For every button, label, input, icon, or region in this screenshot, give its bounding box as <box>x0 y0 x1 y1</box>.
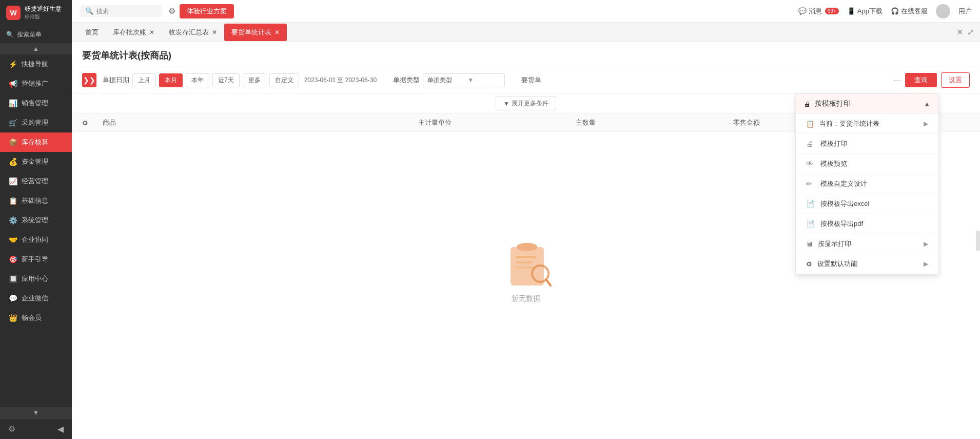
expand-more-icon: ▼ <box>503 100 509 107</box>
sidebar-item-label: 企业协同 <box>22 235 48 244</box>
default-func-arrow-icon: ▶ <box>924 260 928 268</box>
sidebar-item-label: 快捷导航 <box>22 60 48 69</box>
sidebar-item-system[interactable]: ⚙️ 系统管理 <box>0 211 72 230</box>
date-btn-more[interactable]: 更多 <box>243 73 266 87</box>
expand-more-button[interactable]: ▼ 展开更多条件 <box>496 97 556 110</box>
print-dropdown-header[interactable]: 🖨 按模板打印 ▲ <box>796 94 938 114</box>
settings-icon[interactable]: ⚙ <box>8 424 15 434</box>
date-btn-prev[interactable]: 上月 <box>132 73 156 87</box>
goods-filter-group: 要货单 <box>521 75 541 85</box>
sidebar-item-inventory[interactable]: 📦 库存核算 <box>0 132 72 152</box>
sidebar-toggle-icon[interactable]: ◀ <box>57 424 64 434</box>
toolbar-right: ··· 查询 设置 <box>893 72 970 88</box>
gear-icon[interactable]: ⚙ <box>168 6 175 16</box>
sidebar-item-quick-nav[interactable]: ⚡ 快捷导航 <box>0 54 72 74</box>
app-download-item[interactable]: 📱 App下载 <box>847 7 883 16</box>
sidebar-item-label: 采购管理 <box>22 118 48 127</box>
app-download-label: App下载 <box>857 7 883 16</box>
sidebar-item-label: 基础信息 <box>22 196 48 205</box>
svg-point-1 <box>517 243 537 251</box>
sidebar-logo: W 畅捷通好生意 标准版 <box>0 0 72 26</box>
right-scrollbar[interactable] <box>976 231 980 251</box>
print-template-preview[interactable]: 👁 模板预览 <box>796 154 938 174</box>
tab-receipt-summary[interactable]: 收发存汇总表 ✕ <box>162 24 224 41</box>
app-name: 畅捷通好生意 <box>25 5 62 13</box>
sidebar-item-marketing[interactable]: 📢 营销推广 <box>0 74 72 93</box>
printer-icon: 🖨 <box>804 100 811 108</box>
template-design-label: 模板自定义设计 <box>820 179 867 188</box>
sidebar-item-wechat[interactable]: 💬 企业微信 <box>0 289 72 308</box>
sidebar-item-member[interactable]: 👑 畅会员 <box>0 308 72 328</box>
print-template-print[interactable]: 🖨 模板打印 <box>796 134 938 154</box>
sidebar-item-label: 库存核算 <box>22 138 48 147</box>
tab-inventory-batch[interactable]: 库存批次账 ✕ <box>106 24 162 41</box>
collab-icon: 🤝 <box>8 235 17 244</box>
expand-toggle-button[interactable]: ❯❯ <box>82 73 96 87</box>
page-header: 要货单统计表(按商品) <box>72 42 980 67</box>
tab-home[interactable]: 首页 <box>78 24 106 41</box>
template-design-icon: ✏ <box>806 180 815 188</box>
messages-item[interactable]: 💬 消息 99+ <box>798 7 839 16</box>
sidebar-scroll-down[interactable]: ▼ <box>0 407 72 418</box>
date-btn-current[interactable]: 本月 <box>159 73 183 87</box>
window-controls: ✕ ⤢ <box>956 27 974 37</box>
sidebar-item-basic[interactable]: 📋 基础信息 <box>0 191 72 211</box>
sidebar-item-collab[interactable]: 🤝 企业协同 <box>0 230 72 250</box>
tab-order-stats-label: 要货单统计表 <box>231 28 271 37</box>
display-print-label: 按显示打印 <box>818 239 851 249</box>
date-btn-7days[interactable]: 近7天 <box>212 73 240 87</box>
finance-icon: 💰 <box>8 157 17 166</box>
date-btn-year[interactable]: 本年 <box>186 73 209 87</box>
sidebar-item-purchase[interactable]: 🛒 采购管理 <box>0 113 72 132</box>
sidebar-item-appstore[interactable]: 🔲 应用中心 <box>0 269 72 289</box>
print-template-pdf[interactable]: 📄 按模板导出pdf <box>796 214 938 234</box>
goods-filter-label: 要货单 <box>521 75 541 85</box>
sidebar-item-label: 营销推广 <box>22 79 48 88</box>
close-window-icon[interactable]: ✕ <box>956 27 963 37</box>
sidebar-item-sales[interactable]: 📊 销售管理 <box>0 93 72 113</box>
svg-rect-2 <box>516 256 536 258</box>
search-input[interactable] <box>96 8 158 15</box>
app-edition: 标准版 <box>25 13 62 21</box>
print-default-func[interactable]: ⚙ 设置默认功能 ▶ <box>796 254 938 274</box>
type-filter-label: 单据类型 <box>393 75 420 85</box>
print-template-design[interactable]: ✏ 模板自定义设计 <box>796 174 938 194</box>
sidebar-scroll-up[interactable]: ▲ <box>0 43 72 54</box>
basic-icon: 📋 <box>8 196 17 205</box>
appstore-icon: 🔲 <box>8 274 17 283</box>
maximize-window-icon[interactable]: ⤢ <box>967 27 974 37</box>
sidebar-item-operation[interactable]: 📈 经营管理 <box>0 171 72 191</box>
type-filter-select[interactable]: 单据类型 ▼ <box>423 73 505 87</box>
col-settings[interactable]: ⚙ <box>82 119 103 127</box>
app-logo-icon: W <box>6 6 21 20</box>
current-template-label: 当前：要货单统计表 <box>819 119 879 128</box>
print-template-excel[interactable]: 📄 按模板导出excel <box>796 194 938 214</box>
messages-label: 消息 <box>809 7 822 16</box>
query-button[interactable]: 查询 <box>905 73 937 87</box>
more-options-icon[interactable]: ··· <box>893 75 901 86</box>
print-current-template[interactable]: 📋 当前：要货单统计表 ▶ <box>796 114 938 134</box>
tab-inventory-batch-close[interactable]: ✕ <box>149 29 154 36</box>
tab-order-stats[interactable]: 要货单统计表 ✕ <box>224 24 287 41</box>
sidebar-item-label: 销售管理 <box>22 99 48 108</box>
date-btn-custom[interactable]: 自定义 <box>269 73 299 87</box>
tab-receipt-summary-close[interactable]: ✕ <box>212 29 217 36</box>
username: 用户 <box>958 7 972 16</box>
sidebar-item-finance[interactable]: 💰 资金管理 <box>0 152 72 171</box>
member-icon: 👑 <box>8 313 17 322</box>
setting-button[interactable]: 设置 <box>941 72 970 88</box>
template-pdf-icon: 📄 <box>806 220 815 228</box>
sidebar-search-item[interactable]: 🔍 搜索菜单 <box>0 26 72 43</box>
sidebar: W 畅捷通好生意 标准版 🔍 搜索菜单 ▲ ⚡ 快捷导航 📢 营销推广 📊 销售… <box>0 0 72 439</box>
print-dropdown-close-icon[interactable]: ▲ <box>924 100 930 108</box>
print-display-print[interactable]: 🖥 按显示打印 ▶ <box>796 234 938 254</box>
empty-svg-icon <box>500 237 557 293</box>
header-search[interactable]: 🔍 <box>80 5 162 17</box>
avatar[interactable] <box>936 4 950 18</box>
sidebar-item-label: 畅会员 <box>22 313 42 322</box>
online-service-item[interactable]: 🎧 在线客服 <box>891 7 928 16</box>
try-industry-button[interactable]: 体验行业方案 <box>180 4 234 18</box>
sidebar-item-guide[interactable]: 🎯 新手引导 <box>0 250 72 269</box>
empty-illustration <box>500 237 552 288</box>
tab-order-stats-close[interactable]: ✕ <box>275 29 280 36</box>
